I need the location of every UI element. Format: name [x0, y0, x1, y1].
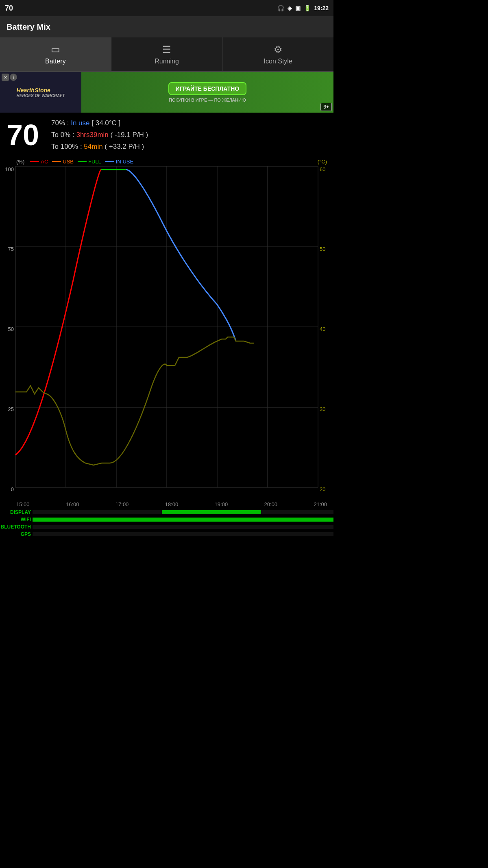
to-full-time: 54min	[84, 143, 102, 150]
settings-tab-icon: ⚙	[274, 44, 283, 55]
bluetooth-label: BLUETOOTH	[0, 524, 33, 530]
gps-label: GPS	[0, 531, 33, 537]
signal-icon: ▣	[295, 5, 301, 11]
bluetooth-bar	[33, 525, 333, 529]
in-use-text: In use	[71, 119, 89, 127]
age-badge: 6+	[320, 103, 332, 111]
display-label: DISPLAY	[0, 509, 33, 515]
clock: 19:22	[314, 5, 329, 11]
battery-percent-large: 70	[7, 118, 43, 152]
wifi-segment-1	[33, 518, 333, 522]
battery-status-line: 70% : In use [ 34.0°C ]	[51, 117, 148, 129]
display-bar	[33, 510, 333, 514]
tab-running[interactable]: ☰ Running	[111, 37, 223, 71]
battery-icon: 🔋	[304, 5, 311, 11]
legend-in-use: IN USE	[105, 159, 133, 165]
status-icons: 🎧 ◈ ▣ 🔋 19:22	[277, 5, 329, 11]
legend-ac: AC	[30, 159, 48, 165]
app-title: Battery Mix	[7, 22, 50, 32]
ad-sub-cta: ПОКУПКИ В ИГРЕ — ПО ЖЕЛАНИЮ	[169, 98, 246, 102]
legend-full: FULL	[78, 159, 101, 165]
ad-play-button[interactable]: ИГРАЙТЕ БЕСПЛАТНО	[168, 82, 246, 95]
wifi-label: WIFI	[0, 517, 33, 522]
time-1500: 15:00	[16, 501, 30, 507]
battery-details: 70% : In use [ 34.0°C ] To 0% : 3hrs39mi…	[51, 117, 148, 153]
ad-cta-area[interactable]: ИГРАЙТЕ БЕСПЛАТНО ПОКУПКИ В ИГРЕ — ПО ЖЕ…	[81, 72, 333, 113]
to-zero-time: 3hrs39min	[76, 131, 108, 139]
status-battery-percent: 70	[5, 4, 13, 13]
activity-bars: DISPLAY WIFI BLUETOOTH GPS	[0, 507, 333, 537]
app-bar: Battery Mix	[0, 16, 333, 37]
temp-label: (°C)	[318, 159, 327, 165]
time-1700: 17:00	[115, 501, 129, 507]
time-2000: 20:00	[264, 501, 278, 507]
display-segment-1	[162, 510, 261, 514]
wifi-activity-row: WIFI	[0, 516, 333, 523]
gps-bar	[33, 532, 333, 536]
chart-time-labels: 15:00 16:00 17:00 18:00 19:00 20:00 21:0…	[0, 500, 333, 507]
chart-legend: (%) AC USB FULL IN USE (°C)	[0, 158, 333, 166]
tab-battery-label: Battery	[45, 58, 66, 65]
wifi-icon: ◈	[288, 5, 292, 11]
time-1900: 19:00	[215, 501, 228, 507]
wifi-bar	[33, 518, 333, 522]
ad-banner[interactable]: HearthStone HEROES OF WARCRAFT ИГРАЙТЕ Б…	[0, 72, 333, 113]
to-full-line: To 100% : 54min ( +33.2 P/H )	[51, 141, 148, 153]
status-bar: 70 🎧 ◈ ▣ 🔋 19:22	[0, 0, 333, 16]
time-2100: 21:00	[314, 501, 327, 507]
ad-close-button[interactable]: ✕	[2, 74, 9, 81]
tab-bar: ▭ Battery ☰ Running ⚙ Icon Style	[0, 37, 333, 72]
time-1600: 16:00	[66, 501, 79, 507]
legend-usb: USB	[52, 159, 74, 165]
bluetooth-activity-row: BLUETOOTH	[0, 524, 333, 530]
pct-label: (%)	[16, 159, 24, 165]
ad-info-button[interactable]: i	[10, 74, 17, 81]
headphone-icon: 🎧	[277, 5, 284, 11]
running-tab-icon: ☰	[162, 44, 171, 55]
gps-activity-row: GPS	[0, 531, 333, 537]
to-zero-line: To 0% : 3hrs39min ( -19.1 P/H )	[51, 129, 148, 141]
battery-tab-icon: ▭	[51, 44, 60, 55]
chart-svg	[0, 166, 333, 500]
tab-icon-style[interactable]: ⚙ Icon Style	[222, 37, 333, 71]
tab-running-label: Running	[155, 58, 179, 65]
time-1800: 18:00	[165, 501, 179, 507]
battery-chart: 100 75 50 25 0 60 50 40 30 20	[0, 166, 333, 500]
tab-icon-style-label: Icon Style	[264, 58, 292, 65]
tab-battery[interactable]: ▭ Battery	[0, 37, 111, 71]
battery-info-section: 70 70% : In use [ 34.0°C ] To 0% : 3hrs3…	[0, 113, 333, 158]
display-activity-row: DISPLAY	[0, 509, 333, 516]
